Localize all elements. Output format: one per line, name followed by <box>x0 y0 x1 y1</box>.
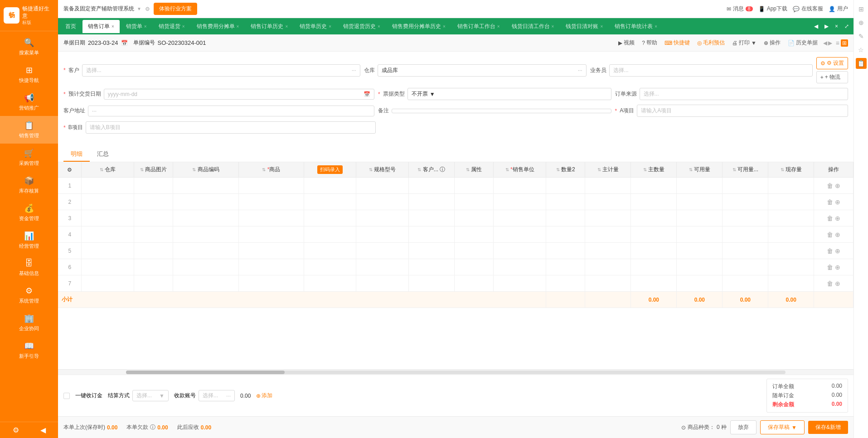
right-panel-btn-4[interactable]: ☆ <box>856 44 867 55</box>
message-btn[interactable]: ✉ 消息 8 <box>727 5 753 13</box>
staff-input[interactable]: 选择... <box>609 64 813 77</box>
nav-tab-2[interactable]: 销货单× <box>121 20 152 33</box>
b-project-input[interactable]: 请输入B项目 <box>86 121 376 134</box>
th-avail[interactable]: ⇅ 可用量 <box>677 162 723 178</box>
th-customer-code[interactable]: ⇅ 客户... ⓘ <box>408 162 454 178</box>
nav-tab-10[interactable]: 钱货日清工作台× <box>506 20 560 33</box>
sidebar-item-guide[interactable]: 📖新手引导 <box>0 337 58 364</box>
one-click-checkbox[interactable] <box>63 393 70 399</box>
tabs-prev-arrow[interactable]: ◀ <box>811 21 821 31</box>
nav-tab-8[interactable]: 销售费用分摊单历史× <box>387 20 451 33</box>
nav-tab-6[interactable]: 销货单历史× <box>294 20 337 33</box>
th-qty2[interactable]: ⇅ 数量2 <box>546 162 585 178</box>
right-panel-btn-3[interactable]: ✎ <box>856 31 867 42</box>
row-copy-icon[interactable]: ⊕ <box>835 215 840 222</box>
th-main-qty[interactable]: ⇅ 主数量 <box>631 162 677 178</box>
th-unit[interactable]: ⇅ *销售单位 <box>494 162 546 178</box>
prev-arrow[interactable]: ◀ <box>823 40 827 46</box>
tab-detail[interactable]: 明细 <box>63 147 90 162</box>
tab-summary[interactable]: 汇总 <box>90 147 116 162</box>
profit-btn[interactable]: ◎ 毛利预估 <box>695 38 727 48</box>
right-panel-btn-2[interactable]: ⊕ <box>856 17 867 28</box>
save-new-button[interactable]: 保存&新增 <box>808 421 848 434</box>
th-settings[interactable]: ⚙ <box>58 162 82 178</box>
sidebar-item-base[interactable]: 🗄基础信息 <box>0 254 58 281</box>
customer-input[interactable]: 选择... ··· <box>82 64 360 77</box>
save-draft-button[interactable]: 保存草稿 ▼ <box>760 420 805 434</box>
solution-button[interactable]: 体验行业方案 <box>154 3 197 15</box>
grid-view-btn[interactable]: ⊞ <box>841 39 848 47</box>
th-code[interactable]: ⇅ 商品编码 <box>173 162 238 178</box>
nav-tab-4[interactable]: 销售费用分摊单× <box>191 20 245 33</box>
row-copy-icon[interactable]: ⊕ <box>835 280 840 287</box>
nav-tab-7[interactable]: 销货退货历史× <box>338 20 386 33</box>
th-warehouse[interactable]: ⇅ 仓库 <box>82 162 134 178</box>
sidebar-item-inventory[interactable]: 📦库存核算 <box>0 171 58 199</box>
sidebar-item-corp[interactable]: 🏢企业协同 <box>0 309 58 337</box>
row-copy-icon[interactable]: ⊕ <box>835 231 840 238</box>
sidebar-item-quick-nav[interactable]: ⊞快捷导航 <box>0 61 58 88</box>
tabs-max-btn[interactable]: ⤢ <box>842 21 852 31</box>
online-support-btn[interactable]: 💬 在线客服 <box>793 5 823 13</box>
list-view-btn[interactable]: ≡ <box>836 39 839 47</box>
discard-button[interactable]: 放弃 <box>730 420 756 434</box>
help-btn[interactable]: ? 帮助 <box>640 38 659 48</box>
address-input[interactable]: ··· <box>88 106 374 116</box>
th-stock[interactable]: ⇅ 现存量 <box>768 162 814 178</box>
right-panel-btn-1[interactable]: ⊞ <box>856 4 867 14</box>
th-img[interactable]: ⇅ 商品图片 <box>134 162 173 178</box>
row-copy-icon[interactable]: ⊕ <box>835 247 840 255</box>
app-download-btn[interactable]: 📱 App下载 <box>758 5 787 13</box>
next-arrow[interactable]: ▶ <box>828 40 832 46</box>
tabs-close-btn[interactable]: × <box>832 21 841 31</box>
nav-tab-0[interactable]: 首页 <box>60 20 82 33</box>
operate-btn[interactable]: ⊕ 操作 <box>762 38 782 48</box>
row-copy-icon[interactable]: ⊕ <box>835 198 840 206</box>
print-btn[interactable]: 🖨 打印 ▼ <box>730 38 758 48</box>
row-delete-icon[interactable]: 🗑 <box>827 215 833 222</box>
row-delete-icon[interactable]: 🗑 <box>827 247 833 255</box>
sidebar-item-sales[interactable]: 📋销售管理 <box>0 116 58 144</box>
payment-method-select[interactable]: 选择... ▼ <box>132 390 169 401</box>
a-project-input[interactable]: 请输入A项目 <box>637 105 848 117</box>
sidebar-item-purchase[interactable]: 🛒采购管理 <box>0 144 58 171</box>
nav-tab-1[interactable]: 销售订单× <box>82 20 120 33</box>
th-attr[interactable]: ⇅ 属性 <box>454 162 494 178</box>
sidebar-item-finance[interactable]: 💰资金管理 <box>0 199 58 226</box>
user-menu-btn[interactable]: 👤 用户 <box>829 5 848 13</box>
order-source-input[interactable]: 选择... <box>640 88 849 100</box>
nav-tab-9[interactable]: 销售订单工作台× <box>452 20 505 33</box>
sidebar-item-promo[interactable]: 📢营销推广 <box>0 88 58 116</box>
sidebar-collapse-btn[interactable]: ◀ <box>40 426 46 434</box>
delivery-date-input[interactable]: yyyy-mm-dd 📅 <box>104 89 374 100</box>
horizontal-scrollbar[interactable] <box>58 369 853 375</box>
nav-tab-11[interactable]: 钱货日清对账× <box>560 20 608 33</box>
th-product[interactable]: ⇅ *商品 <box>238 162 304 178</box>
shortcut-btn[interactable]: ⌨ 快捷键 <box>663 38 692 48</box>
view-btn[interactable]: ▶ 视频 <box>616 38 636 48</box>
warehouse-input[interactable]: 成品库 ··· <box>378 64 587 77</box>
nav-tab-5[interactable]: 销售订单历史× <box>245 20 293 33</box>
invoice-type-select[interactable]: 不开票 ▼ <box>407 88 611 100</box>
right-panel-btn-5[interactable]: 📋 <box>856 58 867 69</box>
bank-select[interactable]: 选择... ··· <box>199 390 235 401</box>
nav-tab-12[interactable]: 销售订单统计表× <box>609 20 663 33</box>
scan-button[interactable]: 扫码录入 <box>317 165 343 174</box>
row-copy-icon[interactable]: ⊕ <box>835 264 840 271</box>
th-avail2[interactable]: ⇅ 可用量... <box>723 162 768 178</box>
settings-button[interactable]: ⚙ ⚙ 设置 <box>816 57 848 69</box>
sidebar-item-system[interactable]: ⚙系统管理 <box>0 281 58 309</box>
remark-input[interactable] <box>392 109 611 113</box>
add-payment-btn[interactable]: ⊕ 添加 <box>256 392 272 399</box>
nav-tab-3[interactable]: 销货退货× <box>153 20 190 33</box>
calendar-icon[interactable]: 📅 <box>121 40 128 46</box>
row-delete-icon[interactable]: 🗑 <box>827 264 833 271</box>
sidebar-item-operations[interactable]: 📊经营管理 <box>0 226 58 254</box>
th-main-unit[interactable]: ⇅ 主计量 <box>585 162 631 178</box>
row-delete-icon[interactable]: 🗑 <box>827 231 833 238</box>
row-delete-icon[interactable]: 🗑 <box>827 280 833 287</box>
th-spec[interactable]: ⇅ 规格型号 <box>356 162 408 178</box>
sidebar-settings-btn[interactable]: ⚙ <box>13 426 19 434</box>
gear-icon[interactable]: ⚙ <box>145 6 150 12</box>
row-delete-icon[interactable]: 🗑 <box>827 182 833 189</box>
